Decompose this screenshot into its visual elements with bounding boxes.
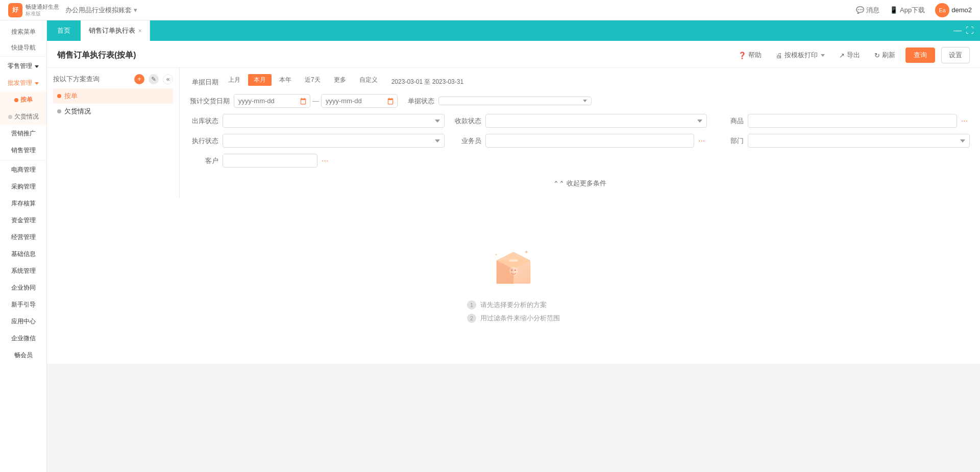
message-icon: 💬 [856, 6, 864, 14]
sidebar-item-corp[interactable]: 企业协同 [0, 279, 46, 296]
goods-input-area: ··· [748, 114, 970, 128]
sidebar-item-member[interactable]: 畅会员 [0, 347, 46, 364]
exec-status-select[interactable] [223, 134, 445, 148]
sidebar-item-operation[interactable]: 经营管理 [0, 229, 46, 246]
sidebar-sub-item-debt[interactable]: 欠货情况 [0, 108, 46, 125]
sidebar-item-marketing[interactable]: 营销推广 [0, 125, 46, 142]
status-dropdown[interactable] [438, 97, 592, 105]
top-bar: 好 畅捷通好生意 标准版 办公用品行业模拟账套 ▾ 💬 消息 📱 App下载 [0, 0, 980, 20]
status-dropdown-icon [583, 100, 587, 102]
main-layout: 搜索菜单 快捷导航 零售管理 批发管理 按单 欠货情况 营销推广 销售管理 电商… [0, 20, 980, 472]
app-download-button[interactable]: 📱 App下载 [890, 6, 925, 15]
tab-sales-exec[interactable]: 销售订单执行表 × [81, 20, 150, 41]
add-scheme-button[interactable]: + [134, 74, 144, 84]
quick-nav-label[interactable]: 快捷导航 [4, 43, 42, 52]
collapse-scheme-button[interactable]: « [163, 74, 173, 84]
nav-dot-icon [57, 94, 61, 98]
customer-more-button[interactable]: ··· [320, 154, 330, 168]
sidebar-item-purchase[interactable]: 采购管理 [0, 178, 46, 195]
date-tag-7days[interactable]: 近7天 [299, 74, 326, 86]
filter-nav-debt[interactable]: 欠货情况 [53, 104, 173, 119]
delivery-status-select[interactable] [223, 114, 445, 128]
sidebar-item-sales[interactable]: 销售管理 [0, 142, 46, 159]
sidebar-item-ecom[interactable]: 电商管理 [0, 161, 46, 178]
logo-text: 畅捷通好生意 标准版 [26, 3, 59, 17]
customer-input[interactable] [223, 154, 317, 168]
tab-maximize-button[interactable]: ⛶ [966, 26, 974, 35]
filter-right: 单据日期 上月 本月 本年 近7天 更多 自定义 [180, 68, 980, 198]
top-bar-right: 💬 消息 📱 App下载 Ea demo2 [856, 3, 972, 17]
query-button[interactable]: 查询 [905, 48, 935, 63]
sidebar: 搜索菜单 快捷导航 零售管理 批发管理 按单 欠货情况 营销推广 销售管理 电商… [0, 20, 47, 472]
goods-input[interactable] [748, 114, 957, 128]
top-bar-left: 好 畅捷通好生意 标准版 办公用品行业模拟账套 ▾ [8, 3, 137, 17]
settings-button[interactable]: 设置 [941, 47, 970, 63]
dept-select[interactable] [748, 134, 970, 148]
tab-label: 销售订单执行表 [89, 26, 135, 35]
receipt-status-label: 收款状态 [453, 116, 481, 126]
tab-close-button[interactable]: × [138, 28, 141, 34]
sidebar-item-inventory[interactable]: 库存核算 [0, 195, 46, 212]
tab-minimize-button[interactable]: — [953, 26, 962, 35]
tip-num-1: 1 [467, 300, 476, 310]
date-tag-thismonth[interactable]: 本月 [248, 74, 272, 86]
refresh-button[interactable]: ↻ 刷新 [870, 49, 899, 62]
sidebar-sub-item-orders[interactable]: 按单 [0, 91, 46, 108]
filter-nav-orders[interactable]: 按单 [53, 88, 173, 104]
edit-scheme-button[interactable]: ✎ [149, 74, 159, 84]
sidebar-item-system[interactable]: 系统管理 [0, 263, 46, 279]
filter-row-1: 单据日期 上月 本月 本年 近7天 更多 自定义 [190, 74, 970, 90]
tab-home[interactable]: 首页 [47, 20, 81, 41]
expected-date-start-input[interactable] [234, 94, 310, 108]
salesperson-input-area: ··· [485, 134, 707, 148]
print-button[interactable]: 🖨 按模板打印 [772, 49, 829, 62]
sidebar-item-appstore[interactable]: 应用中心 [0, 313, 46, 330]
date-tag-more[interactable]: 更多 [328, 74, 352, 86]
help-button[interactable]: ❓ 帮助 [734, 49, 766, 62]
date-tag-thisyear[interactable]: 本年 [274, 74, 297, 86]
salesperson-input[interactable] [485, 134, 694, 148]
page-title: 销售订单执行表(按单) [57, 50, 136, 61]
help-icon: ❓ [738, 52, 746, 59]
sidebar-item-basic[interactable]: 基础信息 [0, 246, 46, 263]
page-header: 销售订单执行表(按单) ❓ 帮助 🖨 按模板打印 [47, 41, 980, 68]
status-label: 单据状态 [406, 97, 434, 106]
active-dot-icon [14, 98, 18, 102]
export-button[interactable]: ↗ 导出 [835, 49, 864, 62]
dept-label: 部门 [715, 136, 744, 146]
logo-area: 好 畅捷通好生意 标准版 [8, 3, 59, 17]
sidebar-quick[interactable]: 快捷导航 [0, 41, 46, 55]
receipt-status-select[interactable] [485, 114, 707, 128]
sidebar-item-wechat[interactable]: 企业微信 [0, 330, 46, 347]
date-tag-custom[interactable]: 自定义 [354, 74, 383, 86]
message-button[interactable]: 💬 消息 [856, 6, 879, 15]
search-menu-label[interactable]: 搜索菜单 [4, 26, 42, 38]
collapse-button[interactable]: ⌃⌃ 收起更多条件 [547, 177, 612, 190]
goods-more-button[interactable]: ··· [959, 114, 970, 128]
sidebar-item-retail[interactable]: 零售管理 [0, 58, 46, 75]
salesperson-more-button[interactable]: ··· [696, 134, 707, 148]
expected-date-label: 预计交货日期 [190, 97, 230, 106]
page-header-actions: ❓ 帮助 🖨 按模板打印 ↗ 导出 [734, 47, 970, 63]
refresh-icon: ↻ [874, 52, 880, 59]
tab-actions: — ⛶ [947, 26, 980, 35]
status-field: 单据状态 [406, 97, 970, 106]
receipt-status-field: 收款状态 [453, 114, 707, 128]
sidebar-item-finance[interactable]: 资金管理 [0, 212, 46, 229]
sidebar-search[interactable]: 搜索菜单 [0, 20, 46, 41]
goods-label: 商品 [715, 116, 744, 126]
inactive-dot-icon [8, 115, 12, 119]
filter-panel: 按以下方案查询 + ✎ « 按单 [47, 68, 980, 198]
user-menu[interactable]: Ea demo2 [935, 3, 972, 17]
sidebar-item-wholesale[interactable]: 批发管理 [0, 75, 46, 91]
date-tag-lastmonth[interactable]: 上月 [223, 74, 246, 86]
empty-tips: 1 请先选择要分析的方案 2 用过滤条件来缩小分析范围 [467, 300, 560, 323]
filter-left-icons: + ✎ « [134, 74, 173, 84]
sidebar-item-newbie[interactable]: 新手引导 [0, 296, 46, 313]
exec-status-label: 执行状态 [190, 136, 218, 146]
exec-status-field: 执行状态 [190, 134, 445, 148]
print-dropdown-icon [821, 54, 825, 57]
expected-date-end-input[interactable] [321, 94, 398, 108]
breadcrumb-arrow-icon[interactable]: ▾ [134, 6, 137, 14]
date-sep: — [312, 97, 319, 105]
